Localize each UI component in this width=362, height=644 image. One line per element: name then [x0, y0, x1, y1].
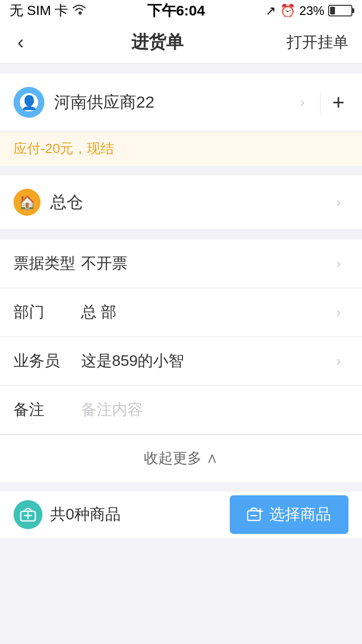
department-value: 总 部 [81, 302, 336, 323]
staff-row[interactable]: 业务员 这是859的小智 › [0, 337, 362, 386]
back-button[interactable]: ‹ [14, 28, 28, 57]
supplier-name: 河南供应商22 [54, 91, 300, 113]
remark-label: 备注 [14, 399, 81, 420]
select-product-button[interactable]: 选择商品 [230, 495, 348, 534]
supplier-avatar: 👤 [14, 87, 44, 118]
product-count: 共0种商品 [50, 504, 230, 525]
carrier-text: 无 SIM 卡 [10, 1, 68, 20]
staff-chevron-icon: › [336, 353, 341, 369]
invoice-row[interactable]: 票据类型 不开票 › [0, 239, 362, 288]
select-product-label: 选择商品 [269, 504, 331, 525]
battery-percent: 23% [299, 3, 324, 18]
warehouse-section: 🏠 总仓 › [0, 175, 362, 230]
location-icon: ↗ [265, 3, 276, 18]
collapse-button[interactable]: 收起更多 ∧ [0, 434, 362, 482]
warehouse-row[interactable]: 🏠 总仓 › [0, 175, 362, 230]
add-supplier-button[interactable]: + [328, 88, 348, 116]
product-icon [14, 500, 42, 529]
battery-icon [328, 5, 352, 16]
invoice-value: 不开票 [81, 253, 336, 274]
staff-label: 业务员 [14, 350, 81, 372]
page-title: 进货单 [131, 30, 183, 54]
warehouse-chevron-icon: › [336, 195, 341, 210]
supplier-section: 👤 河南供应商22 › + 应付-20元，现结 [0, 73, 362, 166]
collapse-label: 收起更多 ∧ [144, 450, 218, 466]
section-gap-1 [0, 64, 362, 73]
nav-bar: ‹ 进货单 打开挂单 [0, 21, 362, 64]
invoice-chevron-icon: › [336, 256, 341, 271]
avatar-person-icon: 👤 [20, 93, 38, 112]
invoice-label: 票据类型 [14, 253, 81, 274]
wifi-icon [72, 3, 86, 18]
supplier-row[interactable]: 👤 河南供应商22 › + [0, 73, 362, 132]
section-gap-2 [0, 166, 362, 175]
staff-value: 这是859的小智 [81, 350, 336, 372]
department-label: 部门 [14, 302, 81, 323]
notice-text: 应付-20元，现结 [14, 141, 114, 156]
status-bar: 无 SIM 卡 下午6:04 ↗ ⏰ 23% [0, 0, 362, 21]
department-chevron-icon: › [336, 305, 341, 320]
alarm-icon: ⏰ [280, 3, 295, 18]
supplier-chevron-icon: › [300, 95, 305, 110]
remark-row[interactable]: 备注 备注内容 [0, 386, 362, 434]
warehouse-icon: 🏠 [14, 189, 41, 216]
department-row[interactable]: 部门 总 部 › [0, 288, 362, 337]
bottom-bar: 共0种商品 选择商品 [0, 491, 362, 538]
notice-banner: 应付-20元，现结 [0, 132, 362, 166]
warehouse-name: 总仓 [50, 191, 336, 213]
status-right: ↗ ⏰ 23% [265, 3, 352, 18]
supplier-divider [320, 91, 320, 114]
open-pending-button[interactable]: 打开挂单 [287, 32, 348, 53]
status-left: 无 SIM 卡 [10, 1, 86, 20]
remark-input[interactable]: 备注内容 [81, 399, 348, 420]
form-section: 票据类型 不开票 › 部门 总 部 › 业务员 这是859的小智 › 备注 备注… [0, 239, 362, 482]
time-display: 下午6:04 [147, 1, 205, 21]
